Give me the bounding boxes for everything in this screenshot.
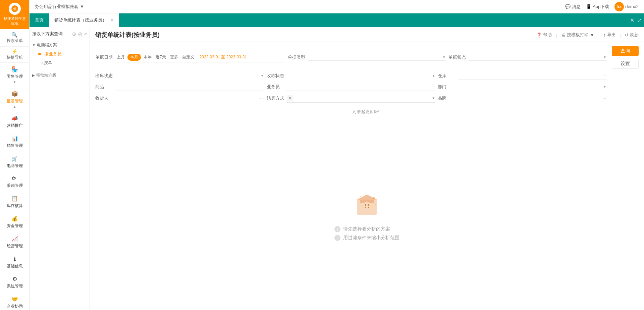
ecommerce-icon: 🛒 [11, 155, 18, 162]
basic-icon: ℹ [14, 256, 16, 262]
inventory-label: 库存核算 [7, 203, 23, 209]
sidebar-item-ecommerce[interactable]: 🛒 电商管理 [0, 152, 29, 172]
settle-tag-close[interactable]: × [289, 96, 291, 100]
scheme-by-order[interactable]: ⊞ 按单 [35, 59, 87, 67]
sidebar-item-marketing[interactable]: 📣 营销推广 [0, 112, 29, 132]
tip-num-1: 1 [334, 226, 340, 232]
edit-scheme-icon[interactable]: ◎ [78, 31, 82, 37]
sales-icon: 📊 [11, 135, 18, 142]
warehouse-wrap: ··· [458, 71, 606, 80]
brand-dots-icon[interactable]: ··· [602, 95, 606, 101]
salesman-dots-icon[interactable]: ··· [431, 84, 435, 89]
avatar: Ea [614, 2, 624, 11]
out-status-dropdown[interactable]: ▼ [115, 72, 264, 79]
ecommerce-label: 电商管理 [7, 163, 23, 169]
set-btn[interactable]: 设置 [612, 59, 639, 69]
doc-status-field: 单据状态 ▼ [448, 54, 609, 61]
doc-type-arrow-icon: ▼ [442, 55, 446, 59]
logo[interactable]: 畅 畅捷通好生意标版 [0, 0, 29, 29]
warehouse-dots-icon[interactable]: ··· [602, 73, 606, 78]
settle-dropdown[interactable]: × ▼ [287, 94, 435, 103]
user-btn[interactable]: Ea demo2 [614, 2, 639, 11]
empty-tip-1-text: 请先选择要分析的方案 [343, 226, 390, 232]
collapse-btn[interactable]: ⋀ 收起更多条件 [353, 109, 381, 115]
enterprise-label: 企业协同 [7, 304, 23, 309]
tab-home[interactable]: 首页 [30, 13, 49, 27]
purchase-icon: 🛍 [12, 175, 17, 182]
collapse-sidebar-icon[interactable]: « [84, 31, 87, 37]
mobile-scheme-title[interactable]: ▶ 移动端方案 [32, 71, 87, 80]
refresh-btn[interactable]: ↺ 刷新 [625, 32, 639, 38]
goods-input[interactable] [115, 84, 259, 89]
date-tab-last-month[interactable]: 上月 [115, 54, 126, 61]
dept-label: 部门 [438, 84, 455, 90]
tab-sales-report[interactable]: 销货单统计表（按业务员） ✕ [49, 13, 119, 27]
receiver-dots-icon[interactable]: ··· [260, 95, 264, 101]
filter-row-3: 商品 ··· 业务员 ··· 部门 [95, 83, 639, 91]
sidebar-item-sales[interactable]: 📊 销售管理 [0, 132, 29, 152]
add-scheme-icon[interactable]: ⊕ [72, 31, 76, 37]
sidebar-search[interactable]: 🔍 搜索菜单 [0, 29, 29, 47]
warehouse-input[interactable] [458, 73, 601, 78]
print-btn[interactable]: 🖨 按模板打印 ▼ [561, 32, 594, 38]
brand-input[interactable] [458, 96, 601, 101]
date-tab-more[interactable]: 更多 [169, 54, 179, 61]
export-btn[interactable]: ↑ 导出 [603, 32, 616, 38]
filter-sidebar-actions: ⊕ ◎ « [72, 31, 87, 37]
doc-status-arrow-icon: ▼ [603, 55, 606, 59]
sidebar-item-inventory[interactable]: 📋 库存核算 [0, 192, 29, 212]
query-buttons: 查询 设置 [612, 46, 639, 69]
tab-home-label: 首页 [35, 17, 44, 23]
tab-close-window-icon[interactable]: ✕ [630, 17, 634, 23]
date-tab-this-month[interactable]: 本月 [127, 54, 141, 61]
receiver-input[interactable] [115, 96, 259, 101]
pay-status-field: 收款状态 ▼ [267, 72, 438, 79]
help-btn[interactable]: ❓ 帮助 [536, 32, 552, 38]
sidebar-item-system[interactable]: ⚙ 系统管理 [0, 272, 29, 293]
warehouse-label: 仓库 [438, 73, 455, 79]
export-icon: ↑ [603, 33, 606, 38]
scheme-by-salesman[interactable]: 按业务员 [35, 49, 87, 59]
message-btn[interactable]: 💬 消息 [565, 4, 581, 10]
tab-sales-report-label: 销货单统计表（按业务员） [54, 17, 107, 23]
date-tab-custom[interactable]: 自定义 [181, 54, 196, 61]
settle-tag: × [287, 95, 293, 101]
print-label: 按模板打印 [567, 32, 589, 38]
out-status-field: 出库状态 ▼ [95, 72, 267, 79]
doc-type-field: 单据类型 ▼ [288, 54, 448, 61]
pay-status-arrow-icon: ▼ [432, 74, 435, 78]
goods-dots-icon[interactable]: ··· [260, 84, 264, 89]
query-btn[interactable]: 查询 [612, 46, 639, 56]
pc-scheme-title[interactable]: ▼ 电脑端方案 [32, 41, 87, 49]
settle-label: 结算方式 [267, 95, 284, 101]
sidebar-item-basic[interactable]: ℹ 基础信息 [0, 252, 29, 272]
sidebar-item-wholesale[interactable]: 📦 批发管理 ▲ [0, 87, 29, 112]
collapse-bar[interactable]: ⋀ 收起更多条件 [90, 107, 644, 117]
sidebar-nav[interactable]: ⚡ 快捷导航 [0, 47, 29, 63]
receiver-field: 收货人 ··· [95, 94, 267, 102]
goods-wrap: ··· [115, 83, 264, 91]
sidebar-item-operation[interactable]: 📈 经营管理 [0, 232, 29, 252]
date-tab-7days[interactable]: 近7天 [154, 54, 167, 61]
tab-close-icon[interactable]: ✕ [110, 18, 113, 22]
user-label: demo2 [625, 4, 639, 9]
date-tab-this-year[interactable]: 本年 [142, 54, 153, 61]
salesman-input[interactable] [287, 84, 430, 89]
dept-dropdown[interactable]: ▼ [458, 84, 606, 90]
sidebar-item-retail[interactable]: 🏪 零售管理 ▼ [0, 63, 29, 87]
pc-scheme-label: 电脑端方案 [37, 42, 57, 48]
app-download-btn[interactable]: 📱 App下载 [586, 4, 609, 10]
sidebar-item-finance[interactable]: 💰 资金管理 [0, 212, 29, 232]
sidebar-item-purchase[interactable]: 🛍 采购管理 [0, 172, 29, 192]
sidebar-item-enterprise[interactable]: 🤝 企业协同 [0, 293, 29, 310]
tab-maximize-icon[interactable]: ⤢ [637, 17, 641, 23]
pay-status-dropdown[interactable]: ▼ [287, 72, 435, 79]
doc-status-dropdown[interactable]: ▼ [469, 54, 606, 61]
account-dropdown[interactable]: 办公用品行业模拟账套 ▼ [35, 4, 84, 10]
finance-label: 资金管理 [7, 223, 23, 229]
main-content: 办公用品行业模拟账套 ▼ 💬 消息 📱 App下载 Ea demo2 首页 [30, 0, 644, 310]
doc-type-label: 单据类型 [288, 54, 305, 60]
empty-illustration [350, 186, 384, 221]
mobile-scheme-arrow: ▶ [32, 73, 35, 77]
doc-type-dropdown[interactable]: ▼ [308, 54, 446, 61]
